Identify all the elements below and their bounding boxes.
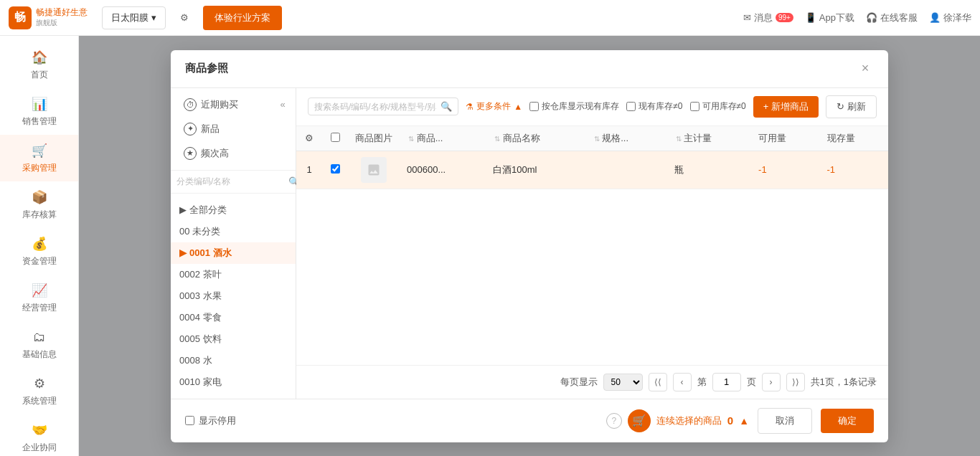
nav-right: ✉ 消息 99+ 📱 App下载 🎧 在线客服 👤 徐泽华 <box>743 11 971 24</box>
sidebar-item-finance[interactable]: 💰 资金管理 <box>0 228 78 275</box>
show-disabled-checkbox[interactable] <box>185 416 194 425</box>
settings-icon[interactable]: ⚙ <box>305 133 314 143</box>
user-item[interactable]: 👤 徐泽华 <box>929 11 971 24</box>
sidebar-label-finance: 资金管理 <box>22 255 57 267</box>
product-search-input[interactable] <box>314 102 436 112</box>
next-page-button[interactable]: › <box>762 373 781 391</box>
td-stock: -1 <box>820 151 889 189</box>
tree-label-water: 0008 水 <box>179 354 212 367</box>
messages-item[interactable]: ✉ 消息 99+ <box>743 11 793 24</box>
tree-label-fruit: 0003 水果 <box>179 290 222 303</box>
tree-item-snack[interactable]: 0004 零食 <box>171 307 296 328</box>
tree-item-uncategorized[interactable]: 00 未分类 <box>171 221 296 242</box>
sidebar-item-sales[interactable]: 📊 销售管理 <box>0 88 78 135</box>
collab-icon: 🤝 <box>31 422 48 439</box>
left-menu-recent[interactable]: ⏱ 近期购买 <box>176 94 245 115</box>
cart-icon[interactable]: 🛒 <box>628 409 651 432</box>
category-search-input[interactable] <box>176 176 284 186</box>
sidebar-item-home[interactable]: 🏠 首页 <box>0 42 78 88</box>
tree-item-water[interactable]: 0008 水 <box>171 350 296 371</box>
row-checkbox[interactable] <box>331 164 340 174</box>
available-nonzero-checkbox-label[interactable]: 可用库存≠0 <box>690 100 746 113</box>
sidebar-label-inventory: 库存核算 <box>22 209 57 221</box>
prev-page-button[interactable]: ‹ <box>673 373 692 391</box>
sidebar-label-base-info: 基础信息 <box>22 348 57 361</box>
sidebar-item-system[interactable]: ⚙ 系统管理 <box>0 368 78 414</box>
tree-item-appliance[interactable]: 0010 家电 <box>171 371 296 393</box>
td-available: -1 <box>751 151 819 189</box>
show-disabled-label[interactable]: 显示停用 <box>185 414 236 427</box>
online-service-item[interactable]: 🎧 在线客服 <box>866 11 918 24</box>
tree-item-all[interactable]: ▶ 全部分类 <box>171 199 296 221</box>
refresh-button[interactable]: ↻ 刷新 <box>826 95 877 118</box>
col-code-label: 商品... <box>417 133 443 143</box>
tree-arrow-all: ▶ <box>179 204 187 215</box>
app-download-label: App下载 <box>819 11 854 24</box>
trial-button[interactable]: 体验行业方案 <box>203 6 282 30</box>
search-icon[interactable]: 🔍 <box>440 101 452 112</box>
settings-gear-icon[interactable]: ⚙ <box>173 6 196 29</box>
filter-button[interactable]: ⚗ 更多条件 ▲ <box>466 100 522 113</box>
app-download-item[interactable]: 📱 App下载 <box>805 11 854 24</box>
col-code-sort-icon[interactable]: ⇅ <box>408 135 414 143</box>
tree-item-liquor[interactable]: ▶ 0001 酒水 <box>171 242 296 264</box>
collapse-up-icon[interactable]: ▲ <box>739 415 749 427</box>
help-icon[interactable]: ? <box>606 413 622 429</box>
available-nonzero-checkbox[interactable] <box>690 102 699 111</box>
td-name: 白酒100ml <box>486 151 585 189</box>
new-product-icon: ✦ <box>184 123 197 136</box>
base-info-icon: 🗂 <box>31 328 48 346</box>
tree-item-tea[interactable]: 0002 茶叶 <box>171 264 296 285</box>
sidebar-item-collab[interactable]: 🤝 企业协同 <box>0 414 78 456</box>
col-name-sort-icon[interactable]: ⇅ <box>494 135 500 143</box>
modal-close-button[interactable]: × <box>857 60 874 77</box>
first-page-button[interactable]: ⟨⟨ <box>649 373 667 391</box>
confirm-button[interactable]: 确定 <box>821 409 874 433</box>
left-menu-frequent[interactable]: ★ 频次高 <box>176 143 290 164</box>
modal-body: ⏱ 近期购买 « ✦ 新品 ★ 频次高 <box>171 88 888 399</box>
sidebar-item-purchase[interactable]: 🛒 采购管理 <box>0 135 78 181</box>
page-size-select[interactable]: 50 100 200 <box>603 374 643 391</box>
table-row[interactable]: 1 <box>296 151 888 189</box>
cancel-button[interactable]: 取消 <box>758 408 812 434</box>
sidebar-item-management[interactable]: 📈 经营管理 <box>0 275 78 321</box>
purchase-icon: 🛒 <box>31 142 48 159</box>
sidebar-item-base-info[interactable]: 🗂 基础信息 <box>0 321 78 368</box>
store-dropdown[interactable]: 日太阳膜 ▾ <box>102 6 166 29</box>
recent-label: 近期购买 <box>201 98 238 111</box>
tree-item-fruit[interactable]: 0003 水果 <box>171 285 296 307</box>
category-tree: ▶ 全部分类 00 未分类 ▶ 0001 酒水 0002 茶 <box>171 194 296 399</box>
home-icon: 🏠 <box>31 49 48 66</box>
messages-label: 消息 <box>754 11 773 24</box>
logo-icon: 畅 <box>9 6 32 29</box>
sidebar-item-inventory[interactable]: 📦 库存核算 <box>0 181 78 228</box>
th-num: ⚙ <box>296 126 322 151</box>
th-stock: 现存量 <box>820 126 889 151</box>
logo-text-wrap: 畅捷通好生意 旗舰版 <box>36 7 88 27</box>
warehouse-checkbox[interactable] <box>529 102 539 111</box>
refresh-icon: ↻ <box>837 101 844 112</box>
tree-item-beverage[interactable]: 0005 饮料 <box>171 328 296 350</box>
refresh-label: 刷新 <box>847 100 866 113</box>
col-spec-sort-icon[interactable]: ⇅ <box>594 135 600 143</box>
warehouse-checkbox-label[interactable]: 按仓库显示现有库存 <box>529 100 619 113</box>
page-size-label: 每页显示 <box>560 376 598 389</box>
left-menu-new[interactable]: ✦ 新品 <box>176 118 290 140</box>
sidebar-label-sales: 销售管理 <box>22 115 57 128</box>
add-product-button[interactable]: + 新增商品 <box>753 96 819 118</box>
select-all-checkbox[interactable] <box>331 133 340 142</box>
tree-label-tea: 0002 茶叶 <box>179 268 222 281</box>
stock-nonzero-checkbox-label[interactable]: 现有库存≠0 <box>626 100 682 113</box>
stock-nonzero-checkbox[interactable] <box>626 102 636 111</box>
stock-nonzero-text: 现有库存≠0 <box>639 100 682 113</box>
page-number-input[interactable] <box>712 373 741 391</box>
collapse-button[interactable]: « <box>275 98 290 112</box>
sidebar-label-collab: 企业协同 <box>22 442 57 454</box>
pagination-bar: 每页显示 50 100 200 ⟨⟨ ‹ 第 页 › <box>296 365 888 399</box>
last-page-button[interactable]: ⟩⟩ <box>786 373 805 391</box>
td-code: 000600... <box>400 151 486 189</box>
col-img-label: 商品图片 <box>355 133 392 143</box>
product-reference-modal: 商品参照 × ⏱ 近期购买 « <box>171 50 888 442</box>
cart-area: ? 🛒 连续选择的商品 0 ▲ <box>606 409 749 432</box>
col-unit-sort-icon[interactable]: ⇅ <box>676 135 682 143</box>
